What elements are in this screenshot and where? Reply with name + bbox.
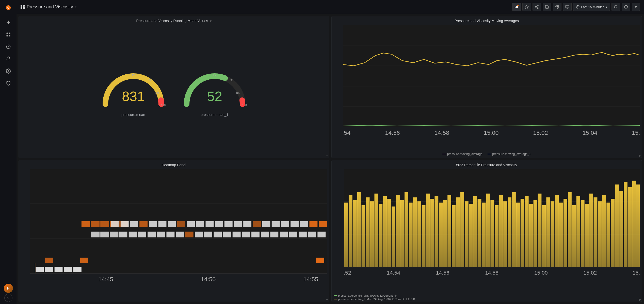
settings-button[interactable] bbox=[553, 3, 561, 11]
svg-rect-105 bbox=[91, 231, 100, 237]
legend-dot-gold bbox=[488, 154, 491, 154]
svg-text:15:02: 15:02 bbox=[533, 130, 548, 136]
save-button[interactable] bbox=[543, 3, 551, 11]
svg-rect-102 bbox=[300, 221, 308, 227]
svg-text:100: 100 bbox=[154, 92, 159, 94]
svg-rect-168 bbox=[430, 199, 434, 267]
svg-rect-103 bbox=[309, 221, 317, 227]
svg-rect-86 bbox=[149, 221, 157, 227]
svg-rect-156 bbox=[379, 204, 382, 267]
svg-rect-192 bbox=[533, 200, 537, 267]
gauge-panel-content: 0 100 80 90 100 831 pressure.mean bbox=[19, 25, 329, 158]
svg-rect-83 bbox=[121, 221, 129, 227]
refresh-button[interactable] bbox=[622, 3, 630, 11]
share-button[interactable] bbox=[533, 3, 541, 11]
heatmap-chart: 0 10 20 30 14:45 14:50 14:55 bbox=[30, 169, 327, 294]
search-button[interactable] bbox=[611, 3, 620, 11]
svg-rect-149 bbox=[348, 195, 352, 267]
svg-text:80: 80 bbox=[213, 73, 216, 76]
svg-rect-127 bbox=[299, 231, 307, 237]
svg-point-14 bbox=[537, 5, 538, 6]
heatmap-panel: Heatmap Panel 0 10 20 30 14:45 14:50 bbox=[19, 160, 329, 302]
svg-text:14:55: 14:55 bbox=[303, 276, 318, 282]
heatmap-panel-resize[interactable] bbox=[326, 298, 328, 301]
svg-rect-195 bbox=[546, 197, 550, 267]
add-panel-button[interactable] bbox=[512, 3, 521, 11]
svg-rect-208 bbox=[602, 195, 606, 267]
percentile-panel-resize[interactable] bbox=[638, 298, 641, 301]
svg-rect-183 bbox=[495, 205, 498, 267]
svg-rect-128 bbox=[308, 231, 316, 237]
svg-rect-98 bbox=[262, 221, 270, 227]
svg-rect-213 bbox=[624, 182, 627, 267]
svg-rect-171 bbox=[443, 200, 447, 267]
svg-rect-78 bbox=[91, 221, 100, 227]
svg-rect-214 bbox=[628, 187, 632, 267]
topbar-title-area: Pressure and Viscosity ▾ bbox=[21, 4, 76, 10]
svg-text:15:04: 15:04 bbox=[582, 130, 597, 136]
svg-rect-198 bbox=[559, 202, 563, 267]
svg-rect-155 bbox=[374, 193, 378, 267]
grid-icon bbox=[21, 5, 25, 9]
svg-text:100: 100 bbox=[242, 104, 247, 107]
time-range-arrow: ▾ bbox=[606, 6, 607, 8]
sidebar-item-explore[interactable] bbox=[3, 41, 14, 52]
star-button[interactable] bbox=[522, 3, 531, 11]
sidebar-item-help[interactable]: ? bbox=[4, 294, 12, 302]
grafana-logo[interactable]: G bbox=[3, 2, 14, 13]
kiosk-button[interactable] bbox=[563, 3, 572, 11]
time-range-picker[interactable]: Last 15 minutes ▾ bbox=[573, 3, 610, 11]
svg-rect-186 bbox=[508, 197, 511, 267]
svg-text:14:58: 14:58 bbox=[485, 269, 498, 275]
svg-text:14:54: 14:54 bbox=[387, 269, 400, 275]
svg-rect-151 bbox=[357, 192, 361, 267]
more-button[interactable]: ▾ bbox=[632, 3, 640, 11]
gauge-panel-resize[interactable] bbox=[326, 154, 328, 157]
sidebar: G H ? bbox=[0, 0, 17, 304]
sidebar-item-add[interactable] bbox=[3, 17, 14, 28]
svg-rect-92 bbox=[205, 221, 214, 227]
svg-rect-158 bbox=[387, 199, 391, 267]
svg-rect-216 bbox=[636, 184, 640, 267]
sidebar-item-alerting[interactable] bbox=[3, 53, 14, 64]
moving-averages-panel: Pressure and Viscosity Moving Averages 0… bbox=[331, 16, 642, 158]
svg-rect-97 bbox=[253, 221, 261, 227]
svg-text:100: 100 bbox=[161, 104, 166, 107]
svg-rect-82 bbox=[111, 221, 119, 227]
svg-rect-104 bbox=[319, 221, 327, 227]
percentile-legend-text-2: pressure.percentile_1 Min: 699 Avg: 1.00… bbox=[338, 298, 415, 301]
topbar: Pressure and Viscosity ▾ bbox=[17, 0, 644, 14]
heatmap-panel-title: Heatmap Panel bbox=[19, 160, 329, 169]
sidebar-item-configuration[interactable] bbox=[3, 65, 14, 77]
gauge-2: 0 100 80 90 100 52 pressure.mean_1 bbox=[179, 61, 250, 117]
svg-point-19 bbox=[557, 6, 558, 7]
svg-rect-204 bbox=[585, 204, 589, 267]
svg-rect-91 bbox=[196, 221, 204, 227]
svg-rect-4 bbox=[6, 35, 8, 37]
sidebar-item-shield[interactable] bbox=[3, 78, 14, 89]
svg-rect-193 bbox=[538, 193, 541, 267]
moving-avg-panel-resize[interactable] bbox=[638, 154, 641, 157]
gauge-1-svg-container: 0 100 80 90 100 831 bbox=[98, 61, 169, 112]
svg-rect-202 bbox=[576, 196, 580, 267]
svg-rect-117 bbox=[204, 231, 212, 237]
svg-rect-5 bbox=[9, 35, 10, 37]
svg-rect-160 bbox=[396, 195, 400, 267]
title-dropdown-arrow[interactable]: ▾ bbox=[75, 6, 76, 8]
svg-rect-95 bbox=[234, 221, 242, 227]
page-title: Pressure and Viscosity bbox=[27, 4, 73, 10]
svg-rect-169 bbox=[434, 196, 438, 267]
user-avatar[interactable]: H bbox=[4, 284, 13, 293]
svg-text:14:56: 14:56 bbox=[385, 130, 400, 136]
gauge-panel: Pressure and Viscosity Running Mean Valu… bbox=[19, 16, 329, 158]
svg-rect-150 bbox=[353, 200, 357, 267]
gauge-dropdown[interactable]: ▾ bbox=[210, 19, 212, 23]
svg-rect-113 bbox=[166, 231, 174, 237]
svg-line-17 bbox=[536, 7, 538, 8]
sidebar-item-dashboards[interactable] bbox=[3, 29, 14, 40]
svg-point-15 bbox=[535, 6, 536, 7]
svg-text:90: 90 bbox=[230, 79, 233, 82]
svg-point-8 bbox=[8, 71, 9, 72]
svg-text:80: 80 bbox=[132, 73, 135, 76]
svg-rect-106 bbox=[100, 231, 109, 237]
